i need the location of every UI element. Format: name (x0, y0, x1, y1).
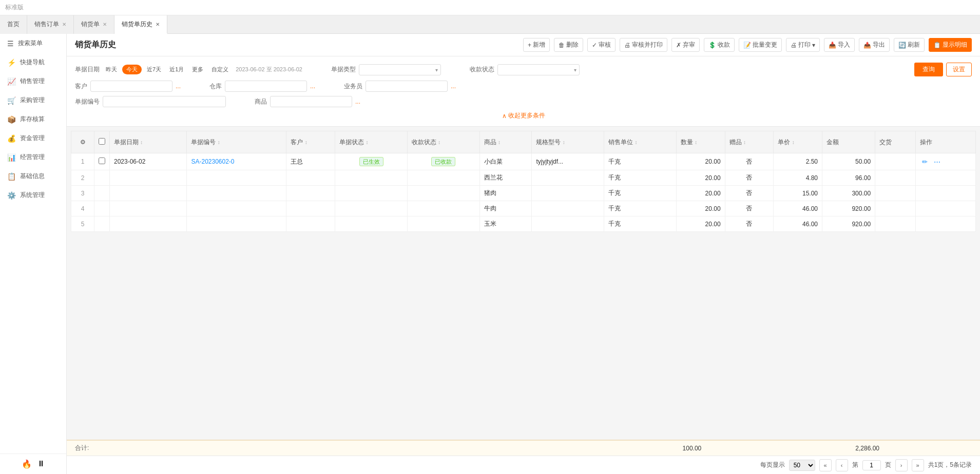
date-7days[interactable]: 近7天 (144, 65, 164, 74)
pause-icon[interactable]: ⏸ (37, 459, 45, 469)
sort-date-icon[interactable]: ↕ (140, 140, 143, 145)
tab-sales[interactable]: 销货单 ✕ (74, 15, 114, 34)
sidebar-item-finance-label: 资金管理 (20, 134, 45, 143)
refresh-button[interactable]: 🔄 刷新 (894, 38, 925, 52)
col-customer-label: 客户 (291, 139, 303, 146)
tab-home[interactable]: 首页 (0, 15, 27, 34)
row-goods: 小白菜 (479, 153, 532, 170)
sidebar-bottom: 🔥 ⏸ (0, 453, 66, 474)
table-settings-icon[interactable]: ⚙ (75, 135, 90, 149)
col-gift: 赠品 ↕ (725, 131, 774, 153)
top-bar: 标准版 (0, 0, 980, 15)
sidebar-item-sales[interactable]: 📈 销售管理 (0, 72, 66, 91)
first-page-button[interactable]: « (819, 459, 832, 471)
col-delivery: 交货 (875, 131, 916, 153)
sort-unit-icon[interactable]: ↕ (635, 140, 638, 145)
tab-bar: 首页 销售订单 ✕ 销货单 ✕ 销货单历史 ✕ (0, 15, 980, 34)
filter-agent: 业务员 ... (344, 81, 456, 92)
row-paystatus (407, 170, 479, 186)
page-jump-label: 第 (852, 461, 858, 469)
paystatus-select[interactable] (497, 64, 580, 75)
settings-button[interactable]: 设置 (946, 63, 972, 76)
row-amount: 920.00 (822, 216, 875, 232)
agent-input[interactable] (366, 81, 448, 92)
sort-docstatus-icon[interactable]: ↕ (366, 140, 369, 145)
date-today[interactable]: 今天 (122, 65, 142, 74)
sidebar-item-operations[interactable]: 📊 经营管理 (0, 148, 66, 167)
export-button[interactable]: 📤 导出 (859, 38, 890, 52)
row-goods: 猪肉 (479, 186, 532, 201)
sidebar-item-purchase[interactable]: 🛒 采购管理 (0, 91, 66, 110)
warehouse-input[interactable] (225, 81, 307, 92)
import-button[interactable]: 📥 导入 (824, 38, 855, 52)
select-all-checkbox[interactable] (99, 138, 105, 145)
date-custom[interactable]: 自定义 (208, 65, 232, 74)
row-gift: 否 (725, 216, 774, 232)
row-docstatus (335, 170, 408, 186)
docno-input[interactable] (103, 96, 226, 107)
row-gift: 否 (725, 170, 774, 186)
collapse-button[interactable]: ∧ 收起更多条件 (502, 111, 545, 120)
query-button[interactable]: 查询 (914, 63, 943, 76)
delete-button[interactable]: 🗑 删除 (554, 38, 583, 52)
approve-print-button[interactable]: 🖨 审核并打印 (620, 38, 667, 52)
sort-price-icon[interactable]: ↕ (792, 140, 795, 145)
tab-sales-order[interactable]: 销售订单 ✕ (27, 15, 74, 34)
goods-ellipsis[interactable]: ... (355, 98, 360, 105)
date-more[interactable]: 更多 (189, 65, 206, 74)
sidebar-item-search[interactable]: ☰ 搜索菜单 (0, 34, 66, 53)
col-docstatus-label: 单据状态 (339, 139, 364, 146)
collect-button[interactable]: 💲 收款 (704, 38, 735, 52)
approve-button[interactable]: ✓ 审核 (587, 38, 616, 52)
col-paystatus-label: 收款状态 (412, 139, 436, 146)
prev-page-button[interactable]: ‹ (836, 459, 848, 471)
customer-ellipsis[interactable]: ... (176, 83, 181, 90)
tab-sales-order-close[interactable]: ✕ (62, 22, 66, 27)
tab-history[interactable]: 销货单历史 ✕ (114, 15, 167, 34)
customer-input[interactable] (90, 81, 172, 92)
sidebar-item-finance[interactable]: 💰 资金管理 (0, 129, 66, 148)
sort-qty-icon[interactable]: ↕ (695, 140, 697, 145)
col-qty-label: 数量 (681, 139, 693, 146)
sort-spec-icon[interactable]: ↕ (563, 140, 565, 145)
print-button[interactable]: 🖨 打印 ▾ (786, 38, 820, 52)
fire-icon[interactable]: 🔥 (22, 459, 32, 469)
tab-history-close[interactable]: ✕ (156, 22, 160, 27)
sort-docno-icon[interactable]: ↕ (218, 140, 220, 145)
sort-goods-icon[interactable]: ↕ (498, 140, 501, 145)
doctype-select[interactable] (359, 64, 441, 75)
row-select-checkbox[interactable] (99, 157, 105, 164)
page-input[interactable] (862, 460, 881, 470)
sort-gift-icon[interactable]: ↕ (743, 140, 746, 145)
next-page-button[interactable]: › (895, 459, 908, 471)
row-gift: 否 (725, 153, 774, 170)
more-action[interactable]: ⋯ (932, 156, 943, 167)
batch-change-button[interactable]: 📝 批量变更 (739, 38, 782, 52)
sort-customer-icon[interactable]: ↕ (305, 140, 308, 145)
show-detail-button[interactable]: 📋 显示明细 (929, 38, 972, 52)
new-button[interactable]: + 新增 (523, 38, 550, 52)
table-row: 2 西兰花 千克 20.00 否 4.80 96.00 (71, 170, 976, 186)
agent-ellipsis[interactable]: ... (451, 83, 456, 90)
sort-paystatus-icon[interactable]: ↕ (438, 140, 440, 145)
per-page-select[interactable]: 50 10 20 100 (789, 460, 815, 471)
goods-input[interactable] (270, 96, 352, 107)
date-yesterday[interactable]: 昨天 (103, 65, 120, 74)
sidebar-item-quick[interactable]: ⚡ 快捷导航 (0, 53, 66, 72)
sidebar-item-master[interactable]: 📋 基础信息 (0, 167, 66, 186)
filter-row-1: 单据日期 昨天 今天 近7天 近1月 更多 自定义 2023-06-02 至 2… (75, 63, 972, 76)
paystatus-label: 收款状态 (470, 65, 494, 74)
tab-sales-close[interactable]: ✕ (103, 22, 107, 27)
sidebar-item-system[interactable]: ⚙️ 系统管理 (0, 186, 66, 205)
edit-action[interactable]: ✏ (920, 156, 930, 167)
date-1month[interactable]: 近1月 (166, 65, 187, 74)
filter-doctype: 单据类型 (331, 64, 441, 75)
sidebar-item-inventory[interactable]: 📦 库存核算 (0, 110, 66, 129)
last-page-button[interactable]: » (912, 459, 924, 471)
sidebar-item-quick-label: 快捷导航 (20, 58, 45, 67)
col-price: 单价 ↕ (774, 131, 822, 153)
warehouse-ellipsis[interactable]: ... (310, 83, 315, 90)
docno-link[interactable]: SA-20230602-0 (191, 158, 234, 165)
row-delivery (875, 201, 916, 216)
unapprove-button[interactable]: ✗ 弃审 (671, 38, 700, 52)
